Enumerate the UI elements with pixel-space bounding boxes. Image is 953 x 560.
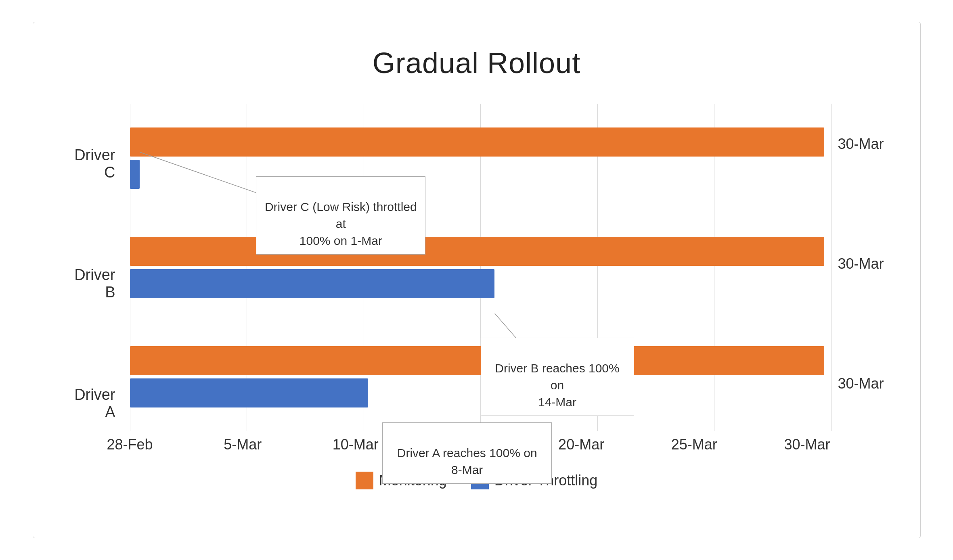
x-label-25mar: 25-Mar [670,436,718,453]
chart-plot-area: Driver C (Low Risk) throttled at 100% on… [130,104,832,464]
bar-group-driver-a [130,336,832,417]
legend-label-throttling: Driver Throttling [494,472,597,489]
right-labels: 30-Mar 30-Mar 30-Mar [832,104,888,464]
y-label-driver-c: Driver C [65,146,122,181]
x-label-20mar: 20-Mar [557,436,605,453]
chart-title: Gradual Rollout [65,46,888,79]
bar-b-orange [130,237,825,266]
bar-a-orange [130,346,825,375]
legend: Monitoring Driver Throttling [65,472,888,489]
bar-group-driver-c [130,118,832,199]
y-label-driver-b: Driver B [65,266,122,301]
x-label-28feb: 28-Feb [106,436,154,453]
bar-row-c-blue [130,160,832,189]
x-label-10mar: 10-Mar [331,436,380,453]
bar-c-blue [130,160,140,189]
bar-row-b-orange [130,237,832,266]
bars-container [130,104,832,431]
x-axis: 28-Feb 5-Mar 10-Mar 15-Mar 20-Mar 25-Mar… [130,431,832,464]
legend-box-throttling [471,472,489,489]
right-label-a: 30-Mar [832,363,888,444]
right-label-c: 30-Mar [832,123,888,204]
right-label-b: 30-Mar [832,243,888,324]
legend-item-throttling: Driver Throttling [471,472,597,489]
bar-row-a-orange [130,346,832,375]
bar-group-driver-b [130,227,832,308]
y-label-driver-a: Driver A [65,386,122,421]
x-label-5mar: 5-Mar [218,436,267,453]
y-axis-labels: Driver C Driver B Driver A [65,104,130,464]
legend-label-monitoring: Monitoring [379,472,447,489]
bar-c-orange [130,127,825,157]
legend-box-monitoring [356,472,373,489]
grid-and-bars: Driver C (Low Risk) throttled at 100% on… [130,104,832,431]
x-label-30mar: 30-Mar [783,436,831,453]
bar-b-blue [130,269,495,298]
bar-row-c-orange [130,127,832,157]
chart-container: Gradual Rollout Driver C Driver B Driver… [33,22,921,538]
bar-row-b-blue [130,269,832,298]
bar-a-blue [130,378,369,407]
legend-item-monitoring: Monitoring [356,472,447,489]
bar-row-a-blue [130,378,832,407]
x-label-15mar: 15-Mar [444,436,492,453]
chart-body: Driver C Driver B Driver A [65,104,888,464]
